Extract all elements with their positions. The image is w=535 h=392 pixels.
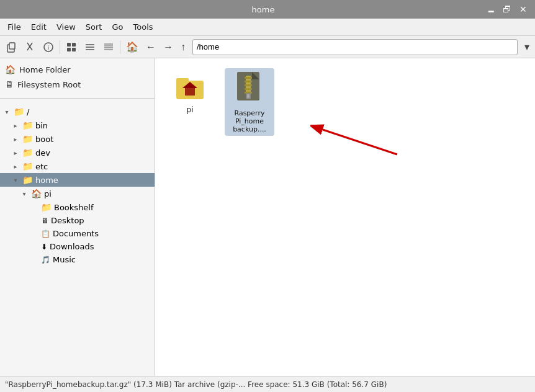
tree-item-bin[interactable]: ▸ 📁 bin [0, 118, 155, 132]
home-folder-icon: 🏠 [5, 65, 16, 74]
properties-icon[interactable]: i [40, 38, 57, 56]
tree-label-downloads: Downloads [50, 242, 94, 251]
tree-label-bookshelf: Bookshelf [54, 203, 94, 212]
tree-label-desktop: Desktop [51, 216, 84, 225]
tree-item-dev[interactable]: ▸ 📁 dev [0, 146, 155, 159]
svg-rect-6 [67, 43, 71, 47]
filesystem-icon: 🖥 [5, 79, 14, 89]
window-title: home [42, 5, 484, 14]
svg-text:i: i [48, 45, 49, 51]
file-item-pi[interactable]: pi [165, 68, 215, 136]
tree-item-boot[interactable]: ▸ 📁 boot [0, 132, 155, 146]
folder-icon-root: 📁 [14, 107, 24, 117]
folder-icon-pi: 🏠 [31, 189, 42, 198]
menubar: FileEditViewSortGoTools [0, 19, 535, 36]
toolbar: i 🏠 ← → ↑ ▾ [0, 36, 535, 58]
menu-item-go[interactable]: Go [107, 20, 128, 33]
tree-label-home: home [35, 176, 58, 185]
address-bar[interactable] [192, 39, 518, 55]
sidebar-item-filesystem-root[interactable]: 🖥 Filesystem Root [0, 77, 155, 92]
folder-icon-dev: 📁 [22, 148, 33, 158]
svg-rect-25 [245, 77, 252, 79]
backup-archive-label: Rasperry Pi_home backup.... [233, 109, 266, 133]
close-button[interactable]: ✕ [516, 2, 530, 16]
toolbar-separator-1 [60, 40, 60, 54]
pi-folder-icon-wrapper [175, 71, 205, 103]
list-view-btn[interactable] [81, 38, 99, 56]
tree-toggle-root: ▾ [2, 109, 11, 115]
svg-rect-31 [247, 94, 250, 98]
svg-rect-19 [185, 87, 195, 96]
tree-item-pi[interactable]: ▾ 🏠 pi [0, 187, 155, 200]
status-text: "RaspberryPi_homebackup.tar.gz" (17.3 Mi… [5, 380, 387, 389]
folder-icon-documents: 📋 [41, 229, 50, 238]
folder-icon-boot: 📁 [22, 134, 33, 144]
archive-icon-wrapper [233, 71, 266, 107]
pi-folder-svg [175, 71, 205, 103]
tree-label-boot: boot [35, 135, 53, 144]
sidebar-item-home-folder[interactable]: 🏠 Home Folder [0, 62, 155, 77]
tree-label-documents: Documents [53, 229, 99, 238]
tree-label-music: Music [53, 255, 76, 264]
home-nav-btn[interactable]: 🏠 [123, 38, 142, 56]
window-controls: 🗕 🗗 ✕ [484, 2, 530, 16]
folder-icon-bookshelf: 📁 [41, 202, 52, 212]
home-folder-label: Home Folder [19, 65, 71, 74]
tree-section: ▾ 📁 / ▸ 📁 bin ▸ 📁 boot ▸ 📁 dev [0, 101, 155, 270]
folder-icon-music: 🎵 [41, 256, 50, 264]
tree-toggle-bin: ▸ [11, 122, 20, 129]
icon-view-btn[interactable] [63, 38, 80, 56]
file-item-backup[interactable]: Rasperry Pi_home backup.... [225, 68, 274, 136]
forward-btn[interactable]: → [160, 38, 176, 56]
tree-toggle-etc: ▸ [11, 163, 20, 170]
tree-item-desktop[interactable]: 🖥 Desktop [0, 214, 155, 227]
copy-icon[interactable] [2, 38, 20, 56]
tree-item-bookshelf[interactable]: 📁 Bookshelf [0, 200, 155, 214]
file-grid: pi [165, 68, 525, 136]
folder-icon-bin: 📁 [22, 120, 33, 130]
tree-label-bin: bin [35, 121, 48, 130]
back-btn[interactable]: ← [143, 38, 159, 56]
archive-svg [233, 71, 266, 107]
file-area[interactable]: pi [155, 58, 535, 376]
folder-icon-desktop: 🖥 [41, 216, 48, 225]
svg-rect-9 [72, 48, 76, 51]
compact-view-btn[interactable] [100, 38, 117, 56]
tree-label-dev: dev [35, 148, 50, 158]
svg-rect-1 [9, 43, 15, 49]
tree-item-root[interactable]: ▾ 📁 / [0, 105, 155, 118]
tree-item-etc[interactable]: ▸ 📁 etc [0, 159, 155, 173]
address-dropdown-btn[interactable]: ▾ [521, 38, 533, 56]
up-btn[interactable]: ↑ [178, 38, 189, 56]
menu-item-sort[interactable]: Sort [81, 20, 107, 33]
svg-rect-18 [176, 78, 189, 83]
svg-rect-7 [72, 43, 76, 47]
sidebar: 🏠 Home Folder 🖥 Filesystem Root ▾ 📁 / ▸ … [0, 58, 155, 376]
svg-rect-26 [245, 81, 252, 82]
quick-access-section: 🏠 Home Folder 🖥 Filesystem Root [0, 58, 155, 96]
menu-item-tools[interactable]: Tools [128, 20, 158, 33]
tree-toggle-home: ▾ [11, 177, 20, 184]
folder-icon-home: 📁 [22, 175, 33, 185]
sidebar-divider [0, 98, 155, 99]
tree-item-downloads[interactable]: ⬇ Downloads [0, 240, 155, 253]
tree-label-etc: etc [35, 162, 48, 171]
tree-item-home[interactable]: ▾ 📁 home [0, 173, 155, 187]
menu-item-file[interactable]: File [2, 20, 26, 33]
cut-icon[interactable] [21, 38, 38, 56]
menu-item-view[interactable]: View [52, 20, 81, 33]
maximize-button[interactable]: 🗗 [500, 2, 514, 16]
folder-icon-downloads: ⬇ [41, 243, 47, 251]
titlebar: home 🗕 🗗 ✕ [0, 0, 535, 19]
tree-item-documents[interactable]: 📋 Documents [0, 227, 155, 240]
filesystem-label: Filesystem Root [17, 80, 81, 89]
menu-item-edit[interactable]: Edit [26, 20, 52, 33]
minimize-button[interactable]: 🗕 [484, 2, 498, 16]
tree-toggle-pi: ▾ [20, 190, 29, 197]
statusbar: "RaspberryPi_homebackup.tar.gz" (17.3 Mi… [0, 376, 535, 392]
tree-label-root: / [27, 107, 29, 117]
toolbar-separator-2 [120, 40, 120, 54]
svg-rect-28 [245, 88, 252, 90]
tree-item-music[interactable]: 🎵 Music [0, 253, 155, 266]
folder-icon-etc: 📁 [22, 161, 33, 171]
